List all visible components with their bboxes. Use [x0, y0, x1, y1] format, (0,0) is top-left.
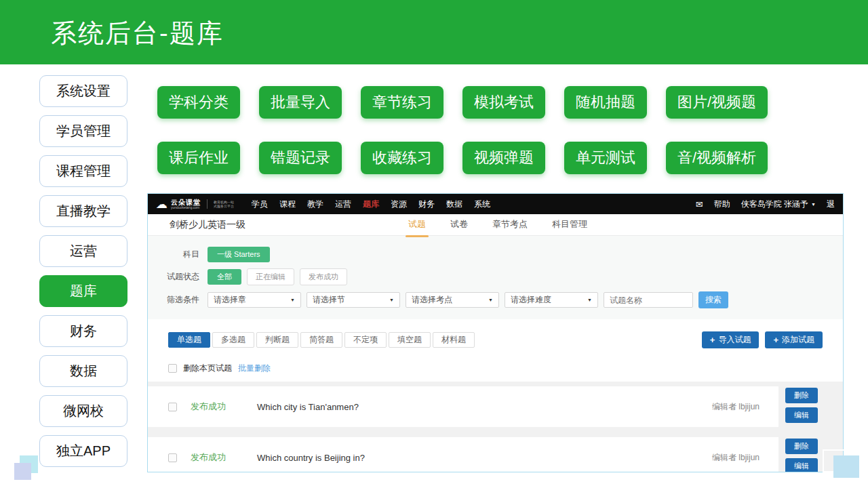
nav-item-resources[interactable]: 资源	[391, 199, 407, 210]
select-all-checkbox[interactable]	[168, 364, 177, 373]
mail-icon[interactable]: ✉	[696, 199, 703, 209]
editor-info: 编辑者 lbjijun	[712, 401, 760, 413]
feature-wrong-question-record[interactable]: 错题记录	[259, 142, 342, 174]
status-option-all[interactable]: 全部	[208, 269, 241, 285]
type-tab-single-choice[interactable]: 单选题	[168, 332, 210, 348]
plus-icon: +	[773, 335, 778, 345]
decor-square-blue	[833, 455, 859, 478]
filter-row-subject: 科目 一级 Starters	[148, 247, 843, 262]
nav-item-question-bank[interactable]: 题库	[363, 199, 379, 210]
logo-url: yunduoketang.com	[171, 206, 201, 210]
sidebar-item-system-settings[interactable]: 系统设置	[39, 75, 127, 107]
tab-questions[interactable]: 试题	[408, 218, 426, 232]
sidebar-item-operations[interactable]: 运营	[39, 235, 127, 267]
feature-unit-test[interactable]: 单元测试	[564, 142, 647, 174]
feature-grid: 学科分类 批量导入 章节练习 模拟考试 随机抽题 图片/视频题 课后作业 错题记…	[157, 86, 795, 197]
delete-button[interactable]: 删除	[785, 388, 818, 403]
feature-random-draw[interactable]: 随机抽题	[564, 86, 647, 119]
logout-link[interactable]: 退	[827, 199, 835, 210]
chapter-select[interactable]: 请选择章 ▼	[208, 292, 301, 308]
sidebar-item-course-management[interactable]: 课程管理	[39, 155, 127, 187]
account-name: 侠客岛学院 张涵予	[741, 199, 808, 210]
row-checkbox[interactable]	[168, 453, 177, 462]
delete-button[interactable]: 删除	[785, 439, 818, 454]
bulk-actions-row: 删除本页试题 批量删除	[148, 348, 843, 382]
feature-favorite-practice[interactable]: 收藏练习	[361, 142, 443, 174]
feature-homework[interactable]: 课后作业	[157, 142, 240, 174]
type-tab-true-false[interactable]: 判断题	[256, 332, 298, 348]
chevron-down-icon: ▼	[389, 298, 394, 302]
tab-subject-management[interactable]: 科目管理	[552, 218, 587, 232]
sidebar-item-finance[interactable]: 财务	[39, 315, 127, 347]
feature-mock-exam[interactable]: 模拟考试	[462, 86, 545, 119]
nav-item-teaching[interactable]: 教学	[307, 199, 323, 210]
tab-chapter-points[interactable]: 章节考点	[492, 218, 528, 232]
feature-row-1: 学科分类 批量导入 章节练习 模拟考试 随机抽题 图片/视频题	[157, 86, 795, 119]
exam-point-select[interactable]: 请选择考点 ▼	[406, 292, 499, 308]
subject-chip[interactable]: 一级 Starters	[208, 247, 270, 262]
status-badge: 发布成功	[191, 401, 239, 413]
feature-audio-video-analysis[interactable]: 音/视频解析	[666, 142, 768, 174]
topbar-right: ✉ 帮助 侠客岛学院 张涵予 ▼ 退	[696, 199, 835, 210]
question-text: Which country is Beijing in?	[257, 453, 365, 463]
editor-info: 编辑者 lbjijun	[712, 452, 760, 464]
page: 系统后台-题库 系统设置 学员管理 课程管理 直播教学 运营 题库 财务 数据 …	[0, 0, 868, 488]
page-header: 系统后台-题库	[0, 0, 868, 64]
type-tab-short-answer[interactable]: 简答题	[300, 332, 342, 348]
sidebar-item-question-bank[interactable]: 题库	[39, 275, 127, 307]
nav-item-students[interactable]: 学员	[252, 199, 268, 210]
type-tab-fill-blank[interactable]: 填空题	[389, 332, 431, 348]
subject-label: 科目	[148, 249, 208, 260]
course-name: 剑桥少儿英语一级	[170, 219, 245, 231]
sidebar-item-data[interactable]: 数据	[39, 355, 127, 387]
nav-item-data[interactable]: 数据	[446, 199, 462, 210]
sidebar-item-micro-school[interactable]: 微网校	[39, 395, 127, 427]
feature-chapter-practice[interactable]: 章节练习	[361, 86, 443, 119]
delete-page-label: 删除本页试题	[183, 363, 232, 374]
question-row: 发布成功 Which city is Tian'anmen? 编辑者 lbjij…	[148, 386, 778, 427]
tab-papers[interactable]: 试卷	[450, 218, 468, 232]
nav-item-courses[interactable]: 课程	[279, 199, 296, 210]
page-title: 系统后台-题库	[51, 16, 224, 51]
cloud-icon: ☁	[156, 199, 167, 210]
type-tab-material[interactable]: 材料题	[433, 332, 475, 348]
bulk-delete-link[interactable]: 批量删除	[238, 363, 271, 374]
edit-button[interactable]: 编辑	[785, 458, 818, 472]
search-button[interactable]: 搜索	[698, 291, 728, 308]
nav-item-operations[interactable]: 运营	[335, 199, 351, 210]
type-tab-indeterminate[interactable]: 不定项	[344, 332, 387, 348]
chevron-down-icon: ▼	[811, 202, 816, 207]
status-option-published[interactable]: 发布成功	[300, 268, 347, 285]
admin-nav: 学员 课程 教学 运营 题库 资源 财务 数据 系统	[252, 199, 490, 210]
feature-batch-import[interactable]: 批量导入	[259, 86, 342, 119]
status-option-editing[interactable]: 正在编辑	[247, 268, 294, 285]
sidebar-item-student-management[interactable]: 学员管理	[39, 115, 127, 147]
logo-tagline-2: 式服务云平台	[214, 204, 234, 209]
import-questions-button[interactable]: + 导入试题	[702, 331, 760, 348]
add-question-button[interactable]: + 添加试题	[765, 331, 823, 348]
filter-row-status: 试题状态 全部 正在编辑 发布成功	[148, 268, 843, 285]
question-list: 发布成功 Which city is Tian'anmen? 编辑者 lbjij…	[148, 382, 843, 472]
row-checkbox[interactable]	[168, 403, 177, 411]
difficulty-select[interactable]: 请选择难度 ▼	[505, 292, 598, 308]
feature-video-popup-question[interactable]: 视频弹题	[462, 142, 545, 174]
sidebar-item-standalone-app[interactable]: 独立APP	[39, 435, 127, 467]
filter-panel: 科目 一级 Starters 试题状态 全部 正在编辑 发布成功 筛选条件 请选…	[148, 236, 843, 319]
condition-label: 筛选条件	[148, 294, 208, 306]
type-tab-multi-choice[interactable]: 多选题	[212, 332, 254, 348]
status-label: 试题状态	[148, 271, 208, 283]
nav-item-finance[interactable]: 财务	[418, 199, 435, 210]
account-menu[interactable]: 侠客岛学院 张涵予 ▼	[741, 199, 816, 210]
help-link[interactable]: 帮助	[714, 199, 730, 210]
nav-item-system[interactable]: 系统	[474, 199, 490, 210]
yunduo-logo: ☁ 云朵课堂 yunduoketang.com 教育机构一站 式服务云平台	[156, 199, 234, 210]
section-select[interactable]: 请选择节 ▼	[307, 292, 400, 308]
feature-subject-category[interactable]: 学科分类	[157, 86, 240, 119]
chevron-down-icon: ▼	[290, 298, 295, 302]
status-badge: 发布成功	[191, 451, 239, 464]
question-name-input[interactable]	[604, 292, 693, 308]
question-row: 发布成功 Which country is Beijing in? 编辑者 lb…	[148, 437, 778, 472]
edit-button[interactable]: 编辑	[785, 407, 818, 423]
feature-image-video-question[interactable]: 图片/视频题	[666, 86, 768, 119]
sidebar-item-live-teaching[interactable]: 直播教学	[39, 195, 127, 227]
